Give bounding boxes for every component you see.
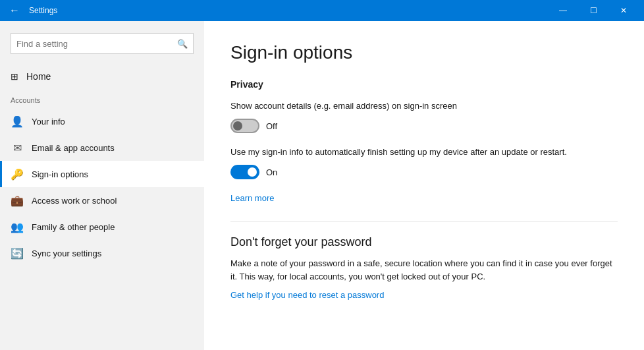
toggle2-knob <box>248 167 257 177</box>
page-title: Sign-in options <box>230 42 618 63</box>
toggle1-control: Off <box>230 119 618 133</box>
section-divider <box>230 221 618 222</box>
search-input[interactable] <box>16 39 177 49</box>
sidebar-item-label: Sync your settings <box>32 248 101 258</box>
toggle2-switch[interactable] <box>230 165 259 179</box>
your-info-icon: 👤 <box>11 115 24 128</box>
toggle1-row: Show account details (e.g. email address… <box>230 100 618 133</box>
sidebar-section-label: Accounts <box>0 88 204 108</box>
sidebar-item-sync-settings[interactable]: 🔄 Sync your settings <box>0 240 204 266</box>
content-area: Sign-in options Privacy Show account det… <box>204 21 644 350</box>
learn-more-link[interactable]: Learn more <box>230 193 274 203</box>
title-bar-title: Settings <box>29 6 548 15</box>
toggle1-knob <box>233 121 242 131</box>
work-icon: 💼 <box>11 194 24 207</box>
home-label: Home <box>26 71 51 82</box>
close-icon: ✕ <box>620 6 627 15</box>
toggle2-description: Use my sign-in info to automatically fin… <box>230 146 618 158</box>
toggle1-switch[interactable] <box>230 119 259 133</box>
home-icon: ⊞ <box>11 71 18 82</box>
sign-in-icon: 🔑 <box>11 167 24 181</box>
sidebar-item-label: Sign-in options <box>32 169 88 179</box>
privacy-section-title: Privacy <box>230 79 618 90</box>
sidebar-item-email-app-accounts[interactable]: ✉ Email & app accounts <box>0 134 204 161</box>
sidebar-item-home[interactable]: ⊞ Home <box>0 65 204 88</box>
search-box[interactable]: 🔍 <box>11 33 194 54</box>
toggle2-control: On <box>230 165 618 179</box>
close-button[interactable]: ✕ <box>608 0 639 21</box>
sidebar-item-label: Email & app accounts <box>32 143 115 153</box>
sidebar-item-label: Access work or school <box>32 196 117 206</box>
maximize-icon: ☐ <box>590 6 597 15</box>
maximize-button[interactable]: ☐ <box>578 0 608 21</box>
password-reset-link[interactable]: Get help if you need to reset a password <box>230 290 384 300</box>
sidebar-item-access-work-school[interactable]: 💼 Access work or school <box>0 187 204 214</box>
sidebar: 🔍 ⊞ Home Accounts 👤 Your info ✉ Email & … <box>0 21 204 350</box>
family-icon: 👥 <box>11 220 24 233</box>
toggle2-row: Use my sign-in info to automatically fin… <box>230 146 618 179</box>
toggle2-label: On <box>266 167 277 177</box>
back-icon: ← <box>9 5 20 16</box>
window-controls: — ☐ ✕ <box>548 0 639 21</box>
sidebar-item-your-info[interactable]: 👤 Your info <box>0 108 204 134</box>
minimize-icon: — <box>559 6 567 15</box>
password-description: Make a note of your password in a safe, … <box>230 257 618 283</box>
toggle1-label: Off <box>266 121 277 131</box>
email-icon: ✉ <box>11 141 24 154</box>
sidebar-item-family-other-people[interactable]: 👥 Family & other people <box>0 214 204 240</box>
password-section-title: Don't forget your password <box>230 235 618 249</box>
title-bar: ← Settings — ☐ ✕ <box>0 0 644 21</box>
sidebar-item-label: Family & other people <box>32 222 115 232</box>
sidebar-item-sign-in-options[interactable]: 🔑 Sign-in options <box>0 161 204 187</box>
sidebar-item-label: Your info <box>32 117 65 127</box>
toggle1-description: Show account details (e.g. email address… <box>230 100 618 112</box>
search-icon: 🔍 <box>177 39 188 49</box>
minimize-button[interactable]: — <box>548 0 578 21</box>
back-button[interactable]: ← <box>5 1 24 20</box>
app-body: 🔍 ⊞ Home Accounts 👤 Your info ✉ Email & … <box>0 21 644 350</box>
sync-icon: 🔄 <box>11 247 24 260</box>
